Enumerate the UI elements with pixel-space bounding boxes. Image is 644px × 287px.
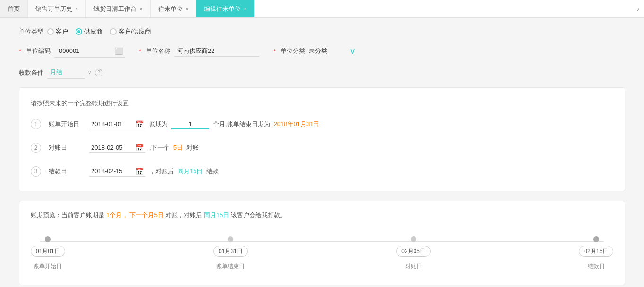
card-instruction: 请按照未来的一个完整帐期进行设置 [31,99,613,108]
step-3-highlight: 同月15日 [178,167,203,176]
step-1-label: 账单开始日 [49,120,82,128]
tab-more-arrow[interactable]: › [632,0,644,17]
timeline-sub-2: 对账日 [405,262,422,270]
unit-code-input-wrapper: ⬜ [54,44,125,58]
payment-terms-select[interactable]: 月结 ∨ [47,66,91,79]
timeline-dot-1 [228,236,233,242]
unit-type-row: 单位类型 客户 供应商 客户/供应商 [19,27,625,36]
step-1-row: 1 账单开始日 📅 账期为 个月,账单结束日期为 2018年01月31日 [31,119,613,129]
tab-cash-daily-close[interactable]: × [139,6,142,12]
step-1-period-unit: 个月,账单结束日期为 [213,120,270,128]
step-3-content: 📅 ，对账后 同月15日 结款 [89,167,613,177]
unit-name-star: * [139,48,141,55]
unit-category-select[interactable]: 未分类 ∨ [309,46,356,56]
tab-edit-partner-unit[interactable]: 编辑往来单位 × [196,0,254,17]
step-3-date-wrapper: 📅 [89,167,145,177]
step-1-period-input[interactable] [171,119,209,129]
preview-label: 账期预览：当前客户账期是 [31,211,104,219]
step-3-num: 3 [31,166,41,177]
preview-section: 账期预览：当前客户账期是 1个月， 下一个月5日 对账，对账后 同月15日 该客… [19,201,625,285]
unit-code-input[interactable] [56,45,113,56]
arrow-right-icon: › [637,5,639,13]
preview-text: 账期预览：当前客户账期是 1个月， 下一个月5日 对账，对账后 同月15日 该客… [31,211,613,220]
radio-customer-supplier-label: 客户/供应商 [119,27,151,36]
step-3-calendar-icon[interactable]: 📅 [136,168,144,175]
unit-name-label: 单位名称 [146,47,170,55]
step-1-calendar-icon[interactable]: 📅 [136,120,144,128]
timeline-badge-3: 02月15日 [579,246,613,257]
payment-terms-value: 月结 [47,66,85,79]
unit-info-row: * 单位编码 ⬜ * 单位名称 * 单位分类 未分类 ∨ [19,44,625,58]
preview-3: 对账，对账后 [165,211,202,219]
tab-cash-daily-label: 钱货日清工作台 [93,5,136,13]
tab-cash-daily[interactable]: 钱货日清工作台 × [86,0,150,17]
unit-code-copy-icon[interactable]: ⬜ [115,47,123,55]
step-1-date-input[interactable] [91,120,134,127]
tab-sales-order-close[interactable]: × [75,6,78,12]
step-1-end-date: 2018年01月31日 [274,120,320,128]
unit-code-group: * 单位编码 ⬜ [19,44,125,58]
payment-terms-label: 收款条件 [19,68,43,77]
step-3-date-input[interactable] [91,168,134,175]
radio-supplier-label: 供应商 [84,27,102,36]
step-3-desc-suffix: 结款 [206,167,219,176]
timeline-item-2: 02月05日 对账日 [396,236,431,270]
step-1-content: 📅 账期为 个月,账单结束日期为 2018年01月31日 [89,119,613,129]
radio-customer-label: 客户 [56,27,68,36]
unit-category-value: 未分类 [309,47,347,55]
timeline-item-1: 01月31日 账单结束日 [213,236,248,270]
preview-1: 1个月， [106,211,128,219]
tab-edit-partner-unit-label: 编辑往来单位 [204,5,241,13]
step-2-row: 2 对账日 📅 ,下一个 5日 对账 [31,143,613,153]
unit-name-group: * 单位名称 [139,45,259,57]
step-2-date-wrapper: 📅 [89,143,145,153]
step-2-content: 📅 ,下一个 5日 对账 [89,143,613,153]
timeline: 01月01日 账单开始日 01月31日 账单结束日 02月05日 对账日 02月… [31,232,613,285]
radio-customer-circle [47,28,54,35]
radio-customer-supplier[interactable]: 客户/供应商 [110,27,151,36]
radio-supplier[interactable]: 供应商 [76,27,102,36]
radio-supplier-circle [76,28,82,35]
tab-home-label: 首页 [8,5,20,13]
timeline-item-0: 01月01日 账单开始日 [31,236,65,270]
timeline-dot-0 [45,236,51,242]
step-2-num: 2 [31,143,41,153]
preview-5: 该客户会给我打款。 [231,211,286,219]
tab-partner-units[interactable]: 往来单位 × [151,0,196,17]
tab-bar: 首页 销售订单历史 × 钱货日清工作台 × 往来单位 × 编辑往来单位 × › [0,0,644,18]
step-2-date-input[interactable] [91,144,134,151]
payment-terms-chevron: ∨ [88,70,91,75]
unit-category-chevron: ∨ [349,46,356,56]
unit-name-input[interactable] [174,45,259,57]
timeline-item-3: 02月15日 结款日 [579,236,613,270]
payment-terms-help[interactable]: ? [95,69,102,76]
timeline-items: 01月01日 账单开始日 01月31日 账单结束日 02月05日 对账日 02月… [31,236,613,270]
step-1-period-text: 账期为 [149,120,168,128]
step-2-highlight: 5日 [173,144,183,152]
tab-home[interactable]: 首页 [0,0,28,17]
preview-2: 下一个月5日 [129,211,163,219]
radio-customer-supplier-circle [110,28,117,35]
step-1-num: 1 [31,119,41,129]
unit-code-star: * [19,48,21,55]
unit-type-group: 单位类型 客户 供应商 客户/供应商 [19,27,151,36]
unit-category-label: 单位分类 [280,47,305,55]
unit-code-label: 单位编码 [26,47,51,55]
tab-partner-units-close[interactable]: × [186,6,188,12]
step-3-label: 结款日 [49,167,82,176]
tab-edit-partner-unit-close[interactable]: × [244,6,246,12]
radio-customer[interactable]: 客户 [47,27,68,36]
timeline-badge-0: 01月01日 [31,246,65,257]
main-content: 单位类型 客户 供应商 客户/供应商 * 单位编码 [0,18,644,287]
step-2-desc-prefix: ,下一个 [149,144,169,152]
timeline-dot-2 [411,236,416,242]
step-3-desc-prefix: ，对账后 [149,167,174,176]
unit-category-group: * 单位分类 未分类 ∨ [273,46,356,56]
step-2-calendar-icon[interactable]: 📅 [136,144,144,152]
step-3-row: 3 结款日 📅 ，对账后 同月15日 结款 [31,166,613,177]
step-1-date-wrapper: 📅 [89,119,145,129]
tab-partner-units-label: 往来单位 [158,5,183,13]
step-2-label: 对账日 [49,144,82,152]
unit-category-star: * [273,48,276,55]
tab-sales-order[interactable]: 销售订单历史 × [28,0,86,17]
